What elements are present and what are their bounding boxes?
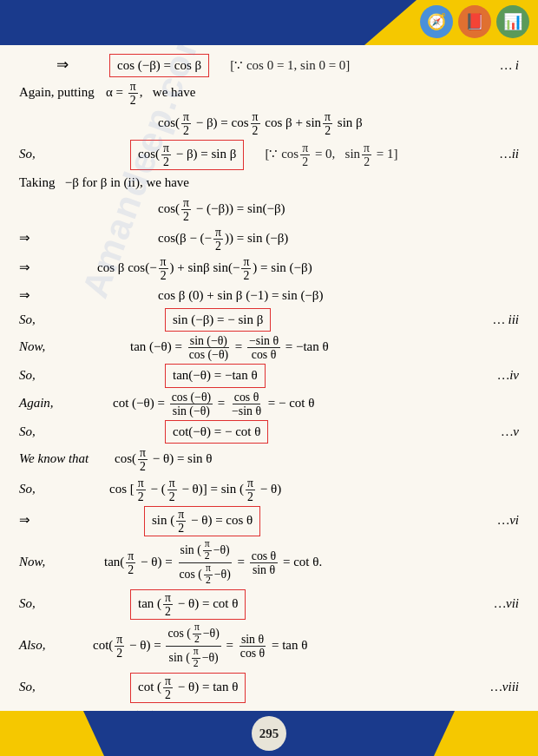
main-content: ⇒ cos (−β) = cos β [∵ cos 0 = 1, sin 0 =… [0,45,538,711]
roman-viii: …viii [482,677,520,697]
icon-grid: 📊 [496,5,529,38]
eq-cot-neg: cot (−θ) = cos (−θ)sin (−θ) = cos θ−sin … [113,391,314,417]
eq-tan-neg-box: tan(−θ) = −tan θ [165,364,266,387]
eq-cos-taking-1: cos(π2 − (−β)) = sin(−β) [158,196,285,223]
line-so-cos-sinbeta: So, cos(π2 − β) = sin β [∵ cosπ2 = 0, si… [19,140,519,170]
line-so-cot: So, cot(−θ) = − cot θ …v [19,420,519,444]
roman-4: …ii [491,144,519,164]
line-sin-pi2-theta: ⇒ sin (π2 − θ) = cos θ …vi [19,506,519,536]
line-cos-neg-beta-1: cos(π2 − (−β)) = sin(−β) [19,196,519,223]
roman-iv: …iv [489,365,519,385]
arrow-1: ⇒ [19,54,106,76]
line-weknow: We know that cos(π2 − θ) = sin θ [19,446,519,473]
eq-cos-beta-pi2: cos(β − (−π2)) = sin (−β) [158,226,288,253]
top-bar-icons: 🧭 📕 📊 [420,5,529,38]
line-taking: Taking −β for β in (ii), we have [19,173,519,193]
bottom-yellow-left [0,711,104,756]
line-cos-zero: ⇒ cos β (0) + sin β (−1) = sin (−β) [19,286,519,306]
eq-sin-pi2-theta: sin (π2 − θ) = cos θ [144,506,260,536]
bottom-bar: 295 [0,711,538,756]
line-also-cot-pi2: Also, cot(π2 − θ) = cos (π2−θ) sin (π2−θ… [19,622,519,670]
top-bar: 🧭 📕 📊 [0,0,538,45]
line-so-cot-pi2: So, cot (π2 − θ) = tan θ …viii [19,673,519,703]
eq-cot-neg-box: cot(−θ) = − cot θ [165,420,268,444]
line-so-tan: So, tan(−θ) = −tan θ …iv [19,364,519,387]
roman-v: …v [493,422,519,442]
icon-book: 📕 [458,5,491,38]
eq-cos-pi2-beta: cos(π2 − β) = sin β [130,140,244,170]
bracket-1: [∵ cos 0 = 1, sin 0 = 0] [230,56,350,76]
label-taking: Taking −β for β in (ii), we have [19,173,189,193]
roman-1: … i [492,56,519,76]
bottom-yellow-right [434,711,538,756]
icon-compass: 🧭 [420,5,453,38]
line-again-putting: Again, putting α = π2, we have [19,80,519,107]
roman-iii: … iii [484,310,519,330]
line-now-tan: Now, tan (−θ) = sin (−θ)cos (−θ) = −sin … [19,334,519,361]
line-again-cot: Again, cot (−θ) = cos (−θ)sin (−θ) = cos… [19,391,519,417]
eq-tan-neg: tan (−θ) = sin (−θ)cos (−θ) = −sin θcos … [130,334,329,361]
alpha-pi2: α = π2, we have [106,80,195,107]
line-so-cos-bracket: So, cos [π2 − (π2 − θ)] = sin (π2 − θ) [19,477,519,503]
page-number: 295 [252,716,286,751]
eq-cos-bracket: cos [π2 − (π2 − θ)] = sin (π2 − θ) [109,477,281,503]
line-so-sin: So, sin (−β) = − sin β … iii [19,308,519,332]
line-expand-cos: ⇒ cos β cos(−π2) + sinβ sin(−π2) = sin (… [19,255,519,282]
eq-cot-pi2-box: cot (π2 − θ) = tan θ [130,673,246,703]
label-again-putting: Again, putting [19,82,106,102]
eq-expand-cos: cos β cos(−π2) + sinβ sin(−π2) = sin (−β… [97,255,312,282]
line-1: ⇒ cos (−β) = cos β [∵ cos 0 = 1, sin 0 =… [19,54,519,77]
label-so-4: So, [19,144,57,164]
line-so-tan-pi2: So, tan (π2 − θ) = cot θ …vii [19,589,519,620]
eq-sin-neg-beta: sin (−β) = − sin β [165,308,271,332]
eq-cos-neg-beta: cos (−β) = cos β [109,54,209,77]
eq-tan-pi2: tan(π2 − θ) = sin (π2−θ) cos (π2−θ) = co… [104,539,322,587]
eq-weknow: cos(π2 − θ) = sin θ [115,446,213,473]
eq-tan-pi2-box: tan (π2 − θ) = cot θ [130,589,246,620]
eq-cos-zero: cos β (0) + sin β (−1) = sin (−β) [158,286,323,306]
line-now-tan-pi2: Now, tan(π2 − θ) = sin (π2−θ) cos (π2−θ)… [19,539,519,587]
roman-vii: …vii [486,594,519,614]
roman-vi: …vi [489,510,519,530]
line-cos-expand: cos(π2 − β) = cosπ2 cos β + sinπ2 sin β [19,110,519,137]
line-cos-beta-pi2: ⇒ cos(β − (−π2)) = sin (−β) [19,226,519,253]
bracket-4: [∵ cosπ2 = 0, sinπ2 = 1] [265,141,397,168]
eq-cot-pi2: cot(π2 − θ) = cos (π2−θ) sin (π2−θ) = si… [93,622,307,670]
cos-expand-eq: cos(π2 − β) = cosπ2 cos β + sinπ2 sin β [158,110,363,137]
